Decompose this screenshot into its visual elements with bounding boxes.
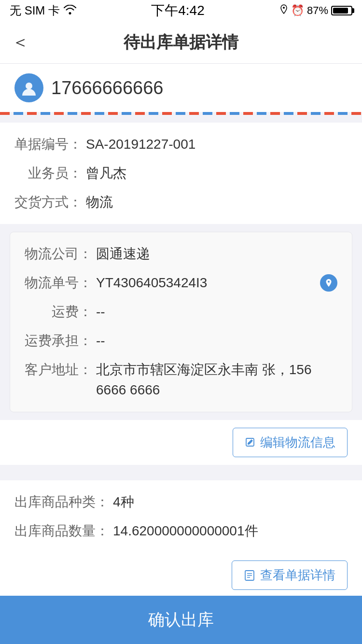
goods-section: 出库商品种类： 4种 出库商品数量： 14.620000000000001件 xyxy=(0,480,362,553)
battery-icon xyxy=(331,6,352,15)
svg-point-0 xyxy=(283,7,285,9)
goods-type-label: 出库商品种类： xyxy=(14,492,109,512)
document-number-value: SA-20191227-001 xyxy=(86,134,348,154)
svg-point-2 xyxy=(328,281,330,283)
freight-bearer-row: 运费承担： -- xyxy=(25,331,337,351)
basic-info-section: 单据编号： SA-20191227-001 业务员： 曾凡杰 交货方式： 物流 xyxy=(0,123,362,224)
freight-value: -- xyxy=(96,302,337,322)
goods-quantity-label: 出库商品数量： xyxy=(14,521,109,541)
detail-btn-row: 查看单据详情 xyxy=(0,553,362,598)
status-left: 无 SIM 卡 xyxy=(10,3,76,18)
tracking-location-button[interactable] xyxy=(320,274,337,292)
delivery-method-row: 交货方式： 物流 xyxy=(14,192,348,212)
view-detail-button[interactable]: 查看单据详情 xyxy=(232,560,348,590)
goods-type-row: 出库商品种类： 4种 xyxy=(14,492,348,512)
tracking-row: 物流单号： YT43064053424I3 xyxy=(25,273,337,293)
address-row: 客户地址： 北京市市辖区海淀区永丰南 张，156 6666 6666 xyxy=(25,360,337,400)
nav-bar: ＜ 待出库单据详情 xyxy=(0,21,362,64)
freight-bearer-value: -- xyxy=(96,331,337,351)
avatar xyxy=(14,73,43,102)
delivery-method-label: 交货方式： xyxy=(14,192,82,212)
phone-number: 17666666666 xyxy=(51,78,163,98)
location-service-icon xyxy=(279,4,288,17)
freight-row: 运费： -- xyxy=(25,302,337,322)
page-title: 待出库单据详情 xyxy=(124,31,238,54)
separator-1 xyxy=(0,465,362,473)
salesperson-value: 曾凡杰 xyxy=(86,163,348,183)
freight-bearer-label: 运费承担： xyxy=(25,331,92,351)
goods-quantity-value: 14.620000000000001件 xyxy=(113,521,348,541)
logistics-company-label: 物流公司： xyxy=(25,244,92,264)
logistics-section: 物流公司： 圆通速递 物流单号： YT43064053424I3 运费： -- … xyxy=(10,232,352,412)
confirm-button-label: 确认出库 xyxy=(148,609,214,631)
edit-btn-row: 编辑物流信息 xyxy=(0,420,362,465)
delivery-method-value: 物流 xyxy=(86,192,348,212)
tracking-label: 物流单号： xyxy=(25,273,92,293)
alarm-icon: ⏰ xyxy=(291,4,304,17)
confirm-button[interactable]: 确认出库 xyxy=(0,596,362,644)
edit-logistics-button[interactable]: 编辑物流信息 xyxy=(233,428,348,457)
document-number-row: 单据编号： SA-20191227-001 xyxy=(14,134,348,154)
status-bar: 无 SIM 卡 下午4:42 ⏰ 87% xyxy=(0,0,362,21)
edit-logistics-label: 编辑物流信息 xyxy=(260,434,335,451)
carrier-label: 无 SIM 卡 xyxy=(10,3,60,18)
wifi-icon xyxy=(64,4,76,17)
goods-quantity-row: 出库商品数量： 14.620000000000001件 xyxy=(14,521,348,541)
document-icon xyxy=(244,570,256,581)
document-number-label: 单据编号： xyxy=(14,134,82,154)
dashed-divider xyxy=(0,112,362,115)
view-detail-label: 查看单据详情 xyxy=(260,567,335,584)
tracking-value: YT43064053424I3 xyxy=(96,273,312,293)
address-value: 北京市市辖区海淀区永丰南 张，156 6666 6666 xyxy=(96,360,337,400)
freight-label: 运费： xyxy=(25,302,92,322)
svg-point-1 xyxy=(26,83,32,89)
logistics-company-value: 圆通速递 xyxy=(96,244,337,264)
phone-header: 17666666666 xyxy=(0,64,362,112)
salesperson-row: 业务员： 曾凡杰 xyxy=(14,163,348,183)
address-label: 客户地址： xyxy=(25,360,92,380)
logistics-company-row: 物流公司： 圆通速递 xyxy=(25,244,337,264)
goods-type-value: 4种 xyxy=(113,492,348,512)
status-time: 下午4:42 xyxy=(151,1,205,20)
salesperson-label: 业务员： xyxy=(14,163,82,183)
edit-icon xyxy=(245,437,256,448)
battery-percent: 87% xyxy=(307,4,328,17)
status-right: ⏰ 87% xyxy=(279,4,352,17)
back-button[interactable]: ＜ xyxy=(12,30,29,54)
